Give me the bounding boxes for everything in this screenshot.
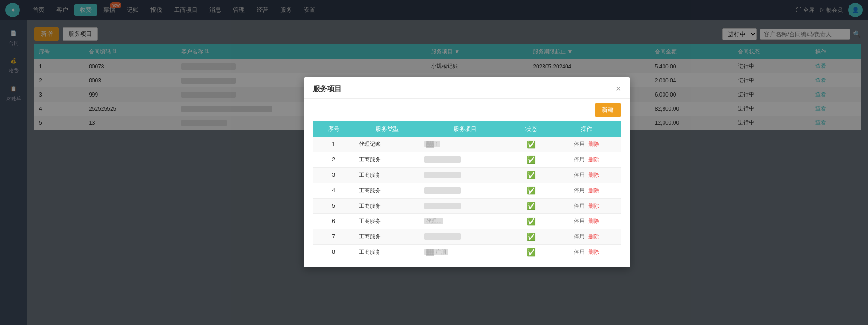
modal-col-seq: 序号 <box>313 121 354 137</box>
modal-cell-seq: 6 <box>313 213 354 229</box>
modal-table-row: 3 工商服务 ✅ 停用 删除 <box>313 167 621 183</box>
modal-cell-status: ✅ <box>510 137 552 152</box>
status-check-icon: ✅ <box>527 171 536 179</box>
modal-cell-type: 工商服务 <box>354 198 420 213</box>
modal-cell-type: 工商服务 <box>354 213 420 229</box>
stop-button[interactable]: 停用 <box>574 202 585 210</box>
modal-cell-seq: 3 <box>313 167 354 183</box>
modal-cell-ops[interactable]: 停用 删除 <box>552 213 621 229</box>
delete-button[interactable]: 删除 <box>588 233 599 241</box>
modal-cell-item <box>420 167 510 183</box>
modal-cell-status: ✅ <box>510 213 552 229</box>
modal-cell-item: ▓▓ 注册 <box>420 244 510 260</box>
status-check-icon: ✅ <box>527 187 536 194</box>
modal-cell-seq: 2 <box>313 152 354 167</box>
modal-table-row: 4 工商服务 ✅ 停用 删除 <box>313 183 621 198</box>
status-check-icon: ✅ <box>527 248 536 256</box>
stop-button[interactable]: 停用 <box>574 218 585 225</box>
modal-cell-type: 工商服务 <box>354 229 420 244</box>
modal-cell-item <box>420 183 510 198</box>
modal-cell-seq: 7 <box>313 229 354 244</box>
modal-toolbar: 新建 <box>304 99 630 121</box>
modal-col-item: 服务项目 <box>420 121 510 137</box>
stop-button[interactable]: 停用 <box>574 233 585 241</box>
stop-button[interactable]: 停用 <box>574 141 585 148</box>
modal-table-row: 8 工商服务 ▓▓ 注册 ✅ 停用 删除 <box>313 244 621 260</box>
delete-button[interactable]: 删除 <box>588 156 599 164</box>
modal-cell-seq: 8 <box>313 244 354 260</box>
modal-cell-type: 工商服务 <box>354 244 420 260</box>
service-item-text: ▓▓ 注册 <box>424 249 448 255</box>
modal-table-row: 7 工商服务 ✅ 停用 删除 <box>313 229 621 244</box>
service-item-blurred <box>424 156 461 163</box>
status-check-icon: ✅ <box>527 141 536 148</box>
modal-new-button[interactable]: 新建 <box>595 103 621 117</box>
modal-close-button[interactable]: × <box>616 84 621 94</box>
status-check-icon: ✅ <box>527 156 536 164</box>
status-check-icon: ✅ <box>527 202 536 210</box>
status-check-icon: ✅ <box>527 218 536 225</box>
modal-body: 序号 服务类型 服务项目 状态 操作 1 代理记账 ▓▓ 1 ✅ 停用 删除 2… <box>304 121 630 267</box>
modal-table-row: 5 工商服务 ✅ 停用 删除 <box>313 198 621 213</box>
modal-cell-ops[interactable]: 停用 删除 <box>552 198 621 213</box>
modal-cell-type: 工商服务 <box>354 152 420 167</box>
service-item-blurred <box>424 172 461 178</box>
modal-cell-type: 工商服务 <box>354 167 420 183</box>
stop-button[interactable]: 停用 <box>574 248 585 256</box>
delete-button[interactable]: 删除 <box>588 187 599 194</box>
delete-button[interactable]: 删除 <box>588 171 599 179</box>
modal-col-status: 状态 <box>510 121 552 137</box>
modal-cell-status: ✅ <box>510 152 552 167</box>
service-item-text: ▓▓ 1 <box>424 141 441 147</box>
modal-cell-seq: 4 <box>313 183 354 198</box>
delete-button[interactable]: 删除 <box>588 218 599 225</box>
modal-cell-ops[interactable]: 停用 删除 <box>552 167 621 183</box>
modal-cell-ops[interactable]: 停用 删除 <box>552 152 621 167</box>
status-check-icon: ✅ <box>527 233 536 241</box>
service-item-blurred <box>424 233 461 240</box>
modal-cell-item: 代理... <box>420 213 510 229</box>
modal-header: 服务项目 × <box>304 77 630 99</box>
service-item-blurred <box>424 187 461 194</box>
service-items-modal: 服务项目 × 新建 序号 服务类型 服务项目 状态 操作 1 代理记账 ▓▓ 1… <box>304 77 630 267</box>
modal-table-row: 6 工商服务 代理... ✅ 停用 删除 <box>313 213 621 229</box>
modal-cell-type: 工商服务 <box>354 183 420 198</box>
modal-cell-ops[interactable]: 停用 删除 <box>552 137 621 152</box>
modal-title: 服务项目 <box>313 84 342 94</box>
modal-cell-ops[interactable]: 停用 删除 <box>552 244 621 260</box>
stop-button[interactable]: 停用 <box>574 156 585 164</box>
modal-cell-status: ✅ <box>510 244 552 260</box>
stop-button[interactable]: 停用 <box>574 171 585 179</box>
modal-cell-seq: 1 <box>313 137 354 152</box>
modal-table-row: 2 工商服务 ✅ 停用 删除 <box>313 152 621 167</box>
service-item-text: 代理... <box>424 218 443 224</box>
modal-cell-item <box>420 198 510 213</box>
modal-table-row: 1 代理记账 ▓▓ 1 ✅ 停用 删除 <box>313 137 621 152</box>
modal-cell-ops[interactable]: 停用 删除 <box>552 229 621 244</box>
modal-cell-item <box>420 152 510 167</box>
modal-cell-type: 代理记账 <box>354 137 420 152</box>
modal-cell-seq: 5 <box>313 198 354 213</box>
modal-table-body: 1 代理记账 ▓▓ 1 ✅ 停用 删除 2 工商服务 ✅ 停用 删除 3 工商服… <box>313 137 621 260</box>
modal-cell-status: ✅ <box>510 167 552 183</box>
modal-col-ops: 操作 <box>552 121 621 137</box>
modal-cell-status: ✅ <box>510 183 552 198</box>
modal-cell-ops[interactable]: 停用 删除 <box>552 183 621 198</box>
service-items-table: 序号 服务类型 服务项目 状态 操作 1 代理记账 ▓▓ 1 ✅ 停用 删除 2… <box>313 121 621 260</box>
stop-button[interactable]: 停用 <box>574 187 585 194</box>
modal-cell-item <box>420 229 510 244</box>
delete-button[interactable]: 删除 <box>588 202 599 210</box>
service-item-blurred <box>424 203 461 209</box>
delete-button[interactable]: 删除 <box>588 248 599 256</box>
delete-button[interactable]: 删除 <box>588 141 599 148</box>
modal-col-type: 服务类型 <box>354 121 420 137</box>
modal-cell-item: ▓▓ 1 <box>420 137 510 152</box>
modal-cell-status: ✅ <box>510 198 552 213</box>
modal-cell-status: ✅ <box>510 229 552 244</box>
